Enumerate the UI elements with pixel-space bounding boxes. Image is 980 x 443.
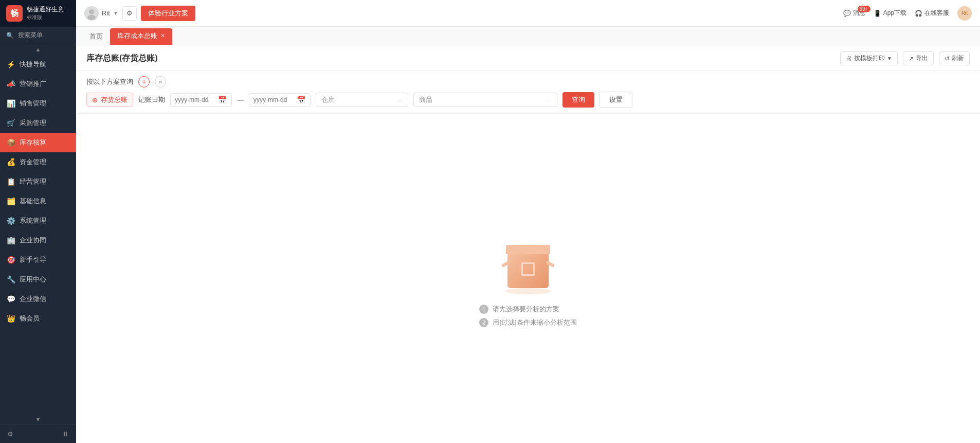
template-print-btn[interactable]: 🖨 按模板打印 ▼ xyxy=(840,51,898,65)
sidebar-scroll-up[interactable]: ▲ xyxy=(0,44,76,55)
tab-close-icon[interactable]: ✕ xyxy=(160,32,165,39)
main-area: Rit ▼ ⚙ 体验行业方案 💬 消息 99+ 📱 App下载 🎧 在线客服 R… xyxy=(76,0,980,443)
marketing-icon: 📣 xyxy=(6,80,15,88)
warehouse-input[interactable]: 仓库 ··· xyxy=(316,93,408,107)
filter-bar: 按以下方案查询 + « xyxy=(86,76,970,87)
page-header: 库存总账(存货总账) 🖨 按模板打印 ▼ ↗ 导出 ↺ 刷新 xyxy=(76,46,980,71)
membership-icon: 👑 xyxy=(6,314,15,323)
filter-label: 按以下方案查询 xyxy=(86,77,133,86)
system-icon: ⚙️ xyxy=(6,217,15,225)
sidebar-item-operation[interactable]: 📋 经营管理 xyxy=(0,172,76,191)
user-dropdown-icon: ▼ xyxy=(113,10,118,16)
sidebar-item-membership[interactable]: 👑 畅会员 xyxy=(0,309,76,328)
app-logo-icon: 畅 xyxy=(6,5,23,22)
product-more-icon: ··· xyxy=(547,96,552,103)
enterprise-icon: 🏢 xyxy=(6,236,15,244)
svg-point-1 xyxy=(89,9,94,14)
sidebar-item-system[interactable]: ⚙️ 系统管理 xyxy=(0,211,76,231)
operation-icon: 📋 xyxy=(6,178,15,186)
sidebar-item-purchase[interactable]: 🛒 采购管理 xyxy=(0,113,76,133)
sidebar-item-basic[interactable]: 🗂️ 基础信息 xyxy=(0,191,76,211)
date-field-label: 记账日期 xyxy=(138,95,165,104)
print-dropdown-icon: ▼ xyxy=(887,56,892,61)
print-icon: 🖨 xyxy=(846,55,852,62)
sidebar-item-enterprise[interactable]: 🏢 企业协同 xyxy=(0,231,76,250)
phone-icon: 📱 xyxy=(874,10,881,17)
sidebar-item-inventory[interactable]: 📦 库存核算 xyxy=(0,133,76,152)
box-face xyxy=(521,262,535,276)
avatar xyxy=(84,6,99,21)
filter-add-btn[interactable]: + xyxy=(138,76,150,87)
finance-icon: 💰 xyxy=(6,158,15,166)
search-icon: 🔍 xyxy=(6,32,14,39)
filter-collapse-btn[interactable]: « xyxy=(155,76,166,87)
settings-btn[interactable]: 设置 xyxy=(600,92,632,108)
app-logo-text: 畅捷通好生意 标准版 xyxy=(27,6,64,21)
calendar-end-icon[interactable]: 📅 xyxy=(297,96,305,104)
sidebar-item-marketing[interactable]: 📣 营销推广 xyxy=(0,74,76,94)
hint-num-2: 2 xyxy=(479,318,488,327)
empty-hint-2: 2 用[过滤]条件来缩小分析范围 xyxy=(479,318,576,327)
sales-icon: 📊 xyxy=(6,99,15,108)
date-separator: — xyxy=(237,96,244,104)
sidebar-item-wechat[interactable]: 💬 企业微信 xyxy=(0,289,76,309)
sidebar-logo: 畅 畅捷通好生意 标准版 xyxy=(0,0,76,27)
industry-btn[interactable]: 体验行业方案 xyxy=(141,6,195,21)
sidebar-footer: ⚙ ⏸ xyxy=(0,424,76,443)
empty-hint-1: 1 请先选择要分析的方案 xyxy=(479,305,576,314)
filter-scheme[interactable]: ⊕ 存货总账 xyxy=(86,93,133,107)
newbie-icon: 🎯 xyxy=(6,256,15,264)
page-content: 库存总账(存货总账) 🖨 按模板打印 ▼ ↗ 导出 ↺ 刷新 xyxy=(76,46,980,443)
warehouse-more-icon: ··· xyxy=(397,96,403,103)
date-end-input[interactable]: 📅 xyxy=(249,93,311,107)
date-start-field[interactable] xyxy=(175,96,216,103)
empty-illustration xyxy=(497,229,559,296)
sidebar-item-finance[interactable]: 💰 资金管理 xyxy=(0,152,76,172)
date-end-field[interactable] xyxy=(253,96,295,103)
sidebar: 畅 畅捷通好生意 标准版 🔍 搜索菜单 ▲ ⚡ 快捷导航 📣 营销推广 📊 销售… xyxy=(0,0,76,443)
box-lid xyxy=(506,245,550,254)
apps-icon: 🔧 xyxy=(6,275,15,283)
basic-icon: 🗂️ xyxy=(6,197,15,205)
date-start-input[interactable]: 📅 xyxy=(170,93,232,107)
user-area[interactable]: Rit ▼ xyxy=(84,6,118,21)
box-body xyxy=(507,252,549,288)
tab-home[interactable]: 首页 xyxy=(84,29,108,44)
topbar: Rit ▼ ⚙ 体验行业方案 💬 消息 99+ 📱 App下载 🎧 在线客服 R… xyxy=(76,0,980,27)
audio-footer-icon[interactable]: ⏸ xyxy=(62,430,69,438)
empty-hints: 1 请先选择要分析的方案 2 用[过滤]条件来缩小分析范围 xyxy=(479,305,576,327)
hint-num-1: 1 xyxy=(479,305,488,314)
calendar-start-icon[interactable]: 📅 xyxy=(218,96,227,104)
wechat-icon: 💬 xyxy=(6,295,15,303)
settings-footer-icon[interactable]: ⚙ xyxy=(7,430,13,438)
refresh-btn[interactable]: ↺ 刷新 xyxy=(939,51,970,65)
online-service-btn[interactable]: 🎧 在线客服 xyxy=(915,9,949,17)
tab-inventory-cost[interactable]: 库存成本总账 ✕ xyxy=(110,28,172,45)
export-btn[interactable]: ↗ 导出 xyxy=(903,51,934,65)
topbar-left: Rit ▼ ⚙ 体验行业方案 xyxy=(84,6,838,21)
sidebar-item-apps[interactable]: 🔧 应用中心 xyxy=(0,270,76,289)
topbar-right: 💬 消息 99+ 📱 App下载 🎧 在线客服 Rit xyxy=(843,6,972,21)
filter-row: ⊕ 存货总账 记账日期 📅 — 📅 仓库 ··· xyxy=(86,92,970,108)
message-btn[interactable]: 💬 消息 99+ xyxy=(843,9,865,17)
sidebar-nav: ⚡ 快捷导航 📣 营销推广 📊 销售管理 🛒 采购管理 📦 库存核算 💰 资金管… xyxy=(0,55,76,414)
product-input[interactable]: 商品 ··· xyxy=(413,93,557,107)
headset-icon: 🎧 xyxy=(915,10,922,17)
quick-nav-icon: ⚡ xyxy=(6,60,15,68)
refresh-icon: ↺ xyxy=(945,55,950,62)
settings-button[interactable]: ⚙ xyxy=(122,6,137,21)
message-icon: 💬 xyxy=(843,10,851,17)
filter-container: 按以下方案查询 + « ⊕ 存货总账 记账日期 📅 — xyxy=(76,71,980,114)
shadow xyxy=(505,288,551,294)
sidebar-item-sales[interactable]: 📊 销售管理 xyxy=(0,94,76,113)
scheme-icon: ⊕ xyxy=(92,96,98,104)
query-btn[interactable]: 查询 xyxy=(562,92,594,108)
inventory-icon: 📦 xyxy=(6,138,15,147)
app-download-btn[interactable]: 📱 App下载 xyxy=(874,9,906,17)
sidebar-search[interactable]: 🔍 搜索菜单 xyxy=(0,27,76,44)
sidebar-scroll-down[interactable]: ▼ xyxy=(0,414,76,424)
user-avatar-right[interactable]: Rit xyxy=(957,6,972,21)
page-header-actions: 🖨 按模板打印 ▼ ↗ 导出 ↺ 刷新 xyxy=(840,51,970,65)
sidebar-item-quick-nav[interactable]: ⚡ 快捷导航 xyxy=(0,55,76,74)
sidebar-item-newbie[interactable]: 🎯 新手引导 xyxy=(0,250,76,270)
